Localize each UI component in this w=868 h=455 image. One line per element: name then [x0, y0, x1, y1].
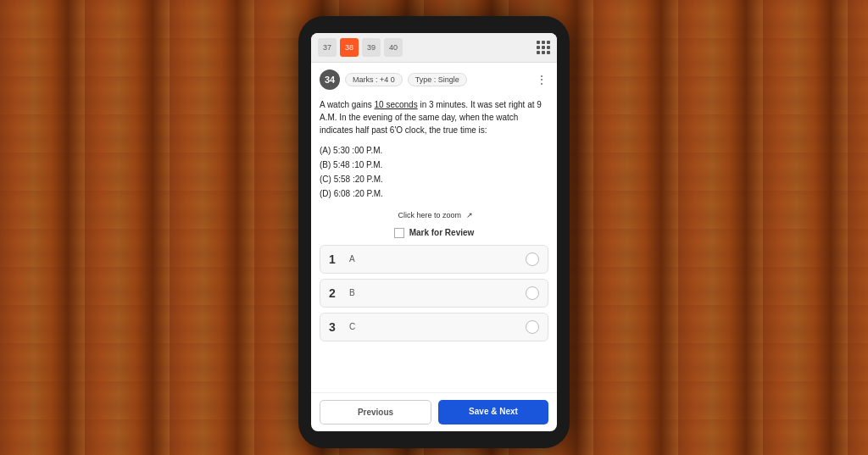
- answer-radio-3[interactable]: [526, 320, 539, 334]
- save-next-button[interactable]: Save & Next: [438, 400, 548, 424]
- answer-row-1[interactable]: 1 A: [320, 245, 548, 274]
- answer-letter-1: A: [349, 254, 519, 264]
- marks-badge: Marks : +4 0: [345, 73, 403, 86]
- type-badge: Type : Single: [408, 73, 467, 86]
- mark-review-checkbox[interactable]: [394, 228, 404, 238]
- option-c[interactable]: (C) 5:58 :20 P.M.: [320, 174, 548, 186]
- phone-frame: 37 38 39 40: [298, 16, 570, 448]
- nav-num-38[interactable]: 38: [340, 38, 359, 57]
- options-list: (A) 5:30 :00 P.M. (B) 5:48 :10 P.M. (C) …: [311, 141, 557, 206]
- question-text: A watch gains 10 seconds in 3 minutes. I…: [311, 93, 557, 141]
- answers-section: 1 A 2 B 3 C: [311, 241, 557, 392]
- grid-menu-icon[interactable]: [537, 41, 550, 54]
- more-options-icon[interactable]: ⋮: [536, 73, 548, 86]
- question-number-badge: 34: [320, 69, 340, 90]
- zoom-icon: ↗: [466, 211, 473, 219]
- answer-num-1: 1: [329, 252, 342, 266]
- option-a[interactable]: (A) 5:30 :00 P.M.: [320, 145, 548, 157]
- nav-num-39[interactable]: 39: [362, 38, 381, 57]
- mark-review-section: Mark for Review: [311, 225, 557, 241]
- nav-num-37[interactable]: 37: [318, 38, 337, 57]
- option-b[interactable]: (B) 5:48 :10 P.M.: [320, 159, 548, 171]
- zoom-link[interactable]: Click here to zoom ↗: [311, 206, 557, 225]
- answer-radio-1[interactable]: [526, 252, 539, 266]
- mark-review-label: Mark for Review: [409, 228, 475, 237]
- question-header: 34 Marks : +4 0 Type : Single ⋮: [311, 63, 557, 93]
- bottom-buttons: Previous Save & Next: [311, 392, 557, 431]
- nav-num-40[interactable]: 40: [384, 38, 403, 57]
- answer-row-3[interactable]: 3 C: [320, 313, 548, 341]
- option-d[interactable]: (D) 6:08 :20 P.M.: [320, 188, 548, 200]
- answer-num-2: 2: [329, 286, 342, 300]
- phone-screen: 37 38 39 40: [311, 33, 557, 431]
- top-nav-bar: 37 38 39 40: [311, 33, 557, 63]
- answer-letter-2: B: [349, 288, 519, 297]
- previous-button[interactable]: Previous: [320, 400, 431, 424]
- answer-radio-2[interactable]: [526, 286, 539, 300]
- answer-row-2[interactable]: 2 B: [320, 279, 548, 308]
- answer-letter-3: C: [349, 322, 519, 331]
- answer-num-3: 3: [329, 320, 342, 334]
